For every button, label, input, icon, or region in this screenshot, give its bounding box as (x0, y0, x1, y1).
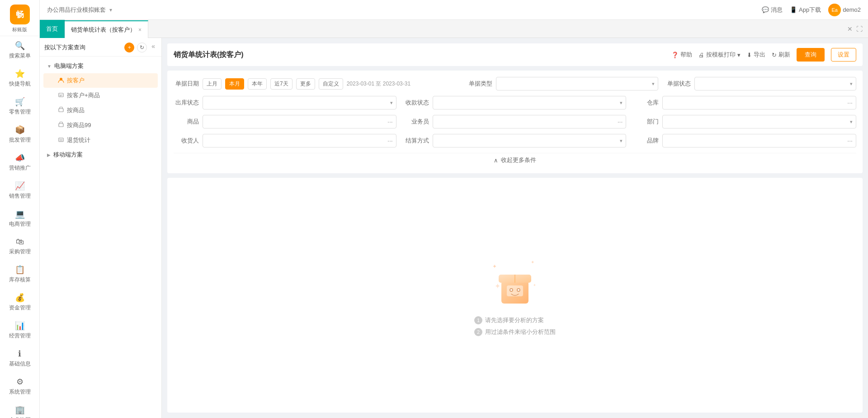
tab-sales-stat[interactable]: 销货单统计表（按客户） × (65, 20, 148, 38)
box-svg-illustration: ✦ ✦ ✦ (488, 255, 542, 309)
chart-icon: 📈 (15, 181, 25, 191)
tree-item-by-goods99[interactable]: 按商品99 (43, 118, 158, 133)
collapse-panel-btn[interactable]: « (150, 43, 157, 52)
doc-status-select[interactable] (694, 77, 856, 90)
sidebar-item-retail[interactable]: 🛒 零售管理 (0, 92, 39, 120)
date-btn-last-month[interactable]: 上月 (203, 78, 222, 90)
cart-icon: 🛒 (15, 97, 25, 107)
print-btn[interactable]: 🖨 按模板打印 ▾ (698, 51, 741, 59)
add-scheme-btn[interactable]: + (124, 43, 134, 52)
tree-item-by-customer-goods[interactable]: 按客户+商品 (43, 88, 158, 103)
sidebar-item-system[interactable]: ⚙ 系统管理 (0, 372, 39, 400)
help-btn[interactable]: ❓ 帮助 (671, 51, 692, 59)
department-select[interactable] (662, 115, 856, 128)
doc-type-select[interactable] (496, 77, 658, 90)
date-btn-custom[interactable]: 自定义 (319, 78, 343, 90)
refresh-btn[interactable]: ↻ 刷新 (772, 51, 790, 59)
department-control: ▾ (662, 115, 856, 128)
brand-label: 品牌 (633, 137, 659, 145)
out-status-control: ▾ (203, 96, 396, 109)
message-label: 消息 (771, 6, 783, 14)
brand-input[interactable] (662, 134, 856, 147)
date-btn-this-month[interactable]: 本月 (225, 78, 244, 90)
goods-input[interactable] (203, 115, 396, 128)
receiver-input[interactable] (203, 134, 396, 147)
tip-text-1: 请先选择要分析的方案 (485, 316, 544, 324)
svg-text:·: · (526, 275, 528, 281)
sidebar-item-operations[interactable]: 📊 经营管理 (0, 316, 39, 344)
collapse-more-btn[interactable]: ∧ 收起更多条件 (174, 153, 856, 167)
tab-close-btn[interactable]: × (138, 27, 142, 33)
sidebar-item-ecommerce[interactable]: 💻 电商管理 (0, 204, 39, 233)
salesperson-input[interactable] (433, 115, 627, 128)
sidebar-item-wholesale[interactable]: 📦 批发管理 (0, 120, 39, 148)
tree-item-by-customer[interactable]: 按客户 (43, 73, 158, 88)
message-btn[interactable]: 💬 消息 (762, 6, 783, 14)
computer-icon: 💻 (15, 209, 25, 219)
tip-text-2: 用过滤条件来缩小分析范围 (485, 328, 556, 336)
salesperson-control: ··· (433, 115, 627, 128)
tab-home[interactable]: 首页 (40, 20, 65, 38)
download-icon: 📱 (790, 6, 797, 13)
tree-item-return-stat[interactable]: 退货统计 (43, 133, 158, 147)
doc-type-filter-item: 单据类型 ▾ (467, 77, 658, 90)
by-customer-goods-label: 按客户+商品 (67, 91, 100, 100)
question-icon: ❓ (671, 52, 679, 58)
window-maximize-icon[interactable]: ⛶ (856, 25, 863, 33)
box-icon: 📦 (15, 125, 25, 135)
tree-parent-mobile[interactable]: ▶ 移动端方案 (43, 148, 158, 162)
app-logo: 畅 标账版 (0, 0, 39, 36)
warehouse-input[interactable] (662, 96, 856, 109)
department-filter-item: 部门 ▾ (633, 115, 856, 128)
sidebar-item-sales[interactable]: 📈 销售管理 (0, 176, 39, 204)
collapse-more-label: 收起更多条件 (501, 156, 536, 164)
print-dropdown-icon: ▾ (737, 52, 741, 58)
arrow-down-icon: ▼ (47, 64, 52, 69)
header-dropdown-icon[interactable]: ▾ (109, 7, 112, 13)
refresh-scheme-btn[interactable]: ↻ (137, 43, 147, 52)
export-btn[interactable]: ⬇ 导出 (747, 51, 765, 59)
bar-chart-icon: 📊 (15, 321, 25, 331)
tree-item-by-goods[interactable]: 按商品 (43, 103, 158, 118)
date-btn-more[interactable]: 更多 (296, 78, 315, 90)
goods-icon (58, 107, 64, 114)
out-status-select[interactable] (203, 96, 396, 109)
collection-status-select[interactable] (433, 96, 627, 109)
goods-filter-item: 商品 ··· (174, 115, 396, 128)
brand-filter-item: 品牌 ··· (633, 134, 856, 147)
sidebar-item-marketing[interactable]: 📣 营销推广 (0, 148, 39, 176)
refresh-label: 刷新 (778, 51, 790, 59)
tip-num-2: 2 (474, 328, 482, 336)
settlement-select[interactable] (433, 134, 627, 147)
date-btn-this-year[interactable]: 本年 (248, 78, 267, 90)
sidebar-item-inventory[interactable]: 📋 库存核算 (0, 260, 39, 288)
sidebar-item-basic-info[interactable]: ℹ 基础信息 (0, 344, 39, 372)
left-panel-title: 按以下方案查询 (44, 43, 124, 52)
date-filter-controls: 上月 本月 本年 近7天 更多 自定义 2023-03-01 至 2023-03… (203, 78, 410, 90)
avatar: Ea (828, 4, 841, 16)
sidebar-item-enterprise[interactable]: 🏢 企业协同 (0, 400, 39, 418)
sidebar-item-quick-nav[interactable]: ⭐ 快捷导航 (0, 64, 39, 92)
print-label: 按模板打印 (706, 51, 736, 59)
window-close-icon[interactable]: ✕ (847, 25, 853, 33)
empty-illustration: ✦ ✦ ✦ (488, 255, 542, 309)
filter-row-4: 收货人 ··· 结算方式 ▾ 品牌 (174, 134, 856, 147)
app-download-btn[interactable]: 📱 App下载 (790, 6, 821, 14)
top-header: 办公用品行业模拟账套 ▾ 💬 消息 📱 App下载 Ea demo2 (40, 0, 868, 20)
filter-row-3: 商品 ··· 业务员 ··· 部门 (174, 115, 856, 128)
date-range-display: 2023-03-01 至 2023-03-31 (347, 80, 410, 88)
svg-text:✦: ✦ (492, 263, 497, 270)
user-profile[interactable]: Ea demo2 (828, 4, 861, 16)
query-btn[interactable]: 查询 (797, 48, 825, 62)
sidebar-item-finance[interactable]: 💰 资金管理 (0, 288, 39, 316)
svg-text:✦: ✦ (533, 283, 536, 287)
settings-btn[interactable]: 设置 (831, 48, 856, 62)
date-btn-last7days[interactable]: 近7天 (270, 78, 292, 90)
svg-text:✦: ✦ (531, 260, 534, 265)
export-label: 导出 (754, 51, 765, 59)
sidebar-item-purchase[interactable]: 🛍 采购管理 (0, 233, 39, 260)
refresh-icon: ↻ (772, 52, 777, 58)
sidebar-item-search[interactable]: 🔍 搜索菜单 (0, 36, 39, 64)
empty-tips: 1 请先选择要分析的方案 2 用过滤条件来缩小分析范围 (474, 316, 556, 336)
tree-parent-pc[interactable]: ▼ 电脑端方案 (43, 59, 158, 73)
